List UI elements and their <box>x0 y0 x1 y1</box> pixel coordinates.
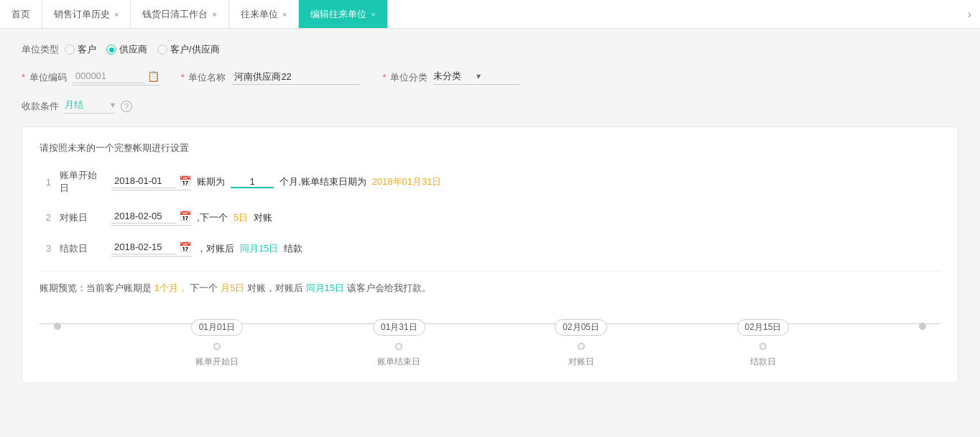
unit-code-input[interactable] <box>73 69 144 83</box>
radio-both-circle <box>157 45 167 55</box>
tab-edit-close[interactable]: × <box>371 10 375 19</box>
step-content-3: 📅 ，对账后 同月15日 结款 <box>111 240 940 257</box>
step-content-1: 📅 账期为 个月,账单结束日期为 2018年01月31日 <box>111 174 940 190</box>
help-icon[interactable]: ? <box>121 101 132 112</box>
tab-home-label: 首页 <box>11 8 30 21</box>
payment-terms-row: 收款条件 月结 ▾ ? <box>22 98 958 114</box>
timeline-dot-left <box>54 323 61 330</box>
tab-edit-label: 编辑往来单位 <box>310 8 366 21</box>
timeline-date-4: 02月15日 <box>737 319 790 336</box>
preview-payment-day: 同月15日 <box>306 282 344 293</box>
payment-terms-group: 收款条件 月结 ▾ ? <box>22 98 132 114</box>
timeline-date-1: 01月01日 <box>191 319 244 336</box>
tab-edit-partner[interactable]: 编辑往来单位 × <box>299 0 387 28</box>
preview-months: 1个月， <box>154 282 188 293</box>
step2-calendar-icon[interactable]: 📅 <box>179 211 191 222</box>
timeline-dot-right <box>919 323 926 330</box>
preview-label: 账期预览：当前客户账期是 <box>40 282 152 293</box>
step3-date-input[interactable] <box>111 240 176 254</box>
timeline-sublabel-4: 结款日 <box>750 356 776 368</box>
tab-sales-close[interactable]: × <box>114 10 119 19</box>
tab-cash-reconciliation[interactable]: 钱货日清工作台 × <box>131 0 228 28</box>
radio-both-label: 客户/供应商 <box>170 43 220 56</box>
step3-suffix: 结款 <box>284 242 302 255</box>
timeline-dot-3 <box>578 343 585 350</box>
radio-customer[interactable]: 客户 <box>65 43 96 56</box>
step2-day-highlight: 5日 <box>234 211 248 224</box>
timeline-date-3: 02月05日 <box>555 319 607 336</box>
timeline-line <box>40 323 940 324</box>
preview-text: 账期预览：当前客户账期是 1个月， 下一个 月5日 对账，对账后 同月15日 该… <box>40 282 940 295</box>
step1-calendar-icon[interactable]: 📅 <box>179 175 191 187</box>
tab-more-button[interactable]: › <box>959 8 980 21</box>
radio-supplier-circle <box>106 45 116 55</box>
timeline-container: 01月01日 账单开始日 01月31日 账单结束日 02月05日 <box>40 309 940 368</box>
timeline-sublabel-2: 账单结束日 <box>377 356 420 368</box>
preview-reconcile-suffix: 对账，对账后 <box>247 282 303 293</box>
step-num-2: 2 <box>40 212 51 223</box>
unit-category-select[interactable]: 未分类 ▾ <box>433 70 519 85</box>
step-row-2: 2 对账日 📅 ,下一个 5日 对账 <box>40 209 940 226</box>
tab-cash-label: 钱货日清工作台 <box>142 8 208 21</box>
step3-date-wrapper: 📅 <box>111 240 191 257</box>
unit-name-group: * 单位名称 <box>181 70 361 85</box>
tab-partner-label: 往来单位 <box>241 8 278 21</box>
radio-customer-label: 客户 <box>78 43 96 56</box>
unit-type-label: 单位类型 <box>22 43 59 56</box>
timeline-sublabel-3: 对账日 <box>568 356 594 368</box>
step3-calendar-icon[interactable]: 📅 <box>179 242 191 253</box>
card-title: 请按照未来的一个完整帐期进行设置 <box>40 142 940 155</box>
step1-suffix-before: 账期为 <box>197 175 225 188</box>
preview-section: 账期预览：当前客户账期是 1个月， 下一个 月5日 对账，对账后 同月15日 该… <box>40 271 940 368</box>
timeline-point-4: 02月15日 结款日 <box>737 319 790 368</box>
step1-suffix-after: 个月,账单结束日期为 <box>279 175 366 188</box>
radio-both[interactable]: 客户/供应商 <box>157 43 220 56</box>
unit-category-arrow: ▾ <box>476 71 481 81</box>
unit-type-row: 单位类型 客户 供应商 客户/供应商 <box>22 43 958 56</box>
unit-category-star: * <box>382 72 386 83</box>
step-row-3: 3 结款日 📅 ，对账后 同月15日 结款 <box>40 240 940 257</box>
payment-terms-label: 收款条件 <box>22 100 59 113</box>
payment-terms-arrow: ▾ <box>111 100 115 110</box>
step-num-3: 3 <box>40 243 51 254</box>
step1-month-input[interactable] <box>231 176 274 188</box>
unit-name-input[interactable] <box>231 70 361 85</box>
step2-date-wrapper: 📅 <box>111 209 191 226</box>
unit-category-label: * 单位分类 <box>382 71 427 84</box>
timeline-dot-4 <box>759 343 767 350</box>
preview-reconcile-prefix: 下一个 <box>190 282 218 293</box>
step2-suffix: 对账 <box>254 211 272 224</box>
tab-partner-units[interactable]: 往来单位 × <box>229 0 299 28</box>
timeline-start-dot <box>54 319 61 330</box>
payment-terms-value: 月结 <box>65 98 108 111</box>
radio-group: 客户 供应商 客户/供应商 <box>65 43 220 56</box>
timeline-date-2: 01月31日 <box>373 319 425 336</box>
radio-supplier[interactable]: 供应商 <box>106 43 147 56</box>
main-content: 单位类型 客户 供应商 客户/供应商 * 单位编码 <box>0 29 980 437</box>
step2-date-input[interactable] <box>111 209 176 224</box>
unit-name-label: * 单位名称 <box>181 71 226 84</box>
radio-supplier-label: 供应商 <box>119 43 147 56</box>
timeline-point-2: 01月31日 账单结束日 <box>373 319 425 368</box>
step-label-3: 结款日 <box>60 242 103 255</box>
step-num-1: 1 <box>40 177 51 188</box>
tab-sales-order-history[interactable]: 销售订单历史 × <box>42 0 131 28</box>
timeline-dot-1 <box>213 343 221 350</box>
tab-home[interactable]: 首页 <box>0 0 42 28</box>
unit-code-label: * 单位编码 <box>22 71 67 84</box>
step-content-2: 📅 ,下一个 5日 对账 <box>111 209 940 226</box>
settings-card: 请按照未来的一个完整帐期进行设置 1 账单开始日 📅 账期为 个月,账单结束日期… <box>22 126 958 383</box>
unit-info-row: * 单位编码 📋 * 单位名称 * 单位分类 未分类 ▾ <box>22 69 958 86</box>
timeline-sublabel-1: 账单开始日 <box>195 356 239 368</box>
radio-customer-circle <box>65 45 75 55</box>
step3-day-highlight: 同月15日 <box>240 242 278 255</box>
unit-type-group: 单位类型 客户 供应商 客户/供应商 <box>22 43 220 56</box>
timeline: 01月01日 账单开始日 01月31日 账单结束日 02月05日 <box>54 309 926 368</box>
payment-terms-select[interactable]: 月结 ▾ <box>65 98 115 114</box>
tab-cash-close[interactable]: × <box>212 10 216 19</box>
unit-code-calendar-icon[interactable]: 📋 <box>147 70 160 82</box>
tab-partner-close[interactable]: × <box>282 10 287 19</box>
tab-sales-label: 销售订单历史 <box>54 8 110 21</box>
unit-code-input-wrapper: 📋 <box>73 69 160 86</box>
step1-date-input[interactable] <box>111 174 176 188</box>
